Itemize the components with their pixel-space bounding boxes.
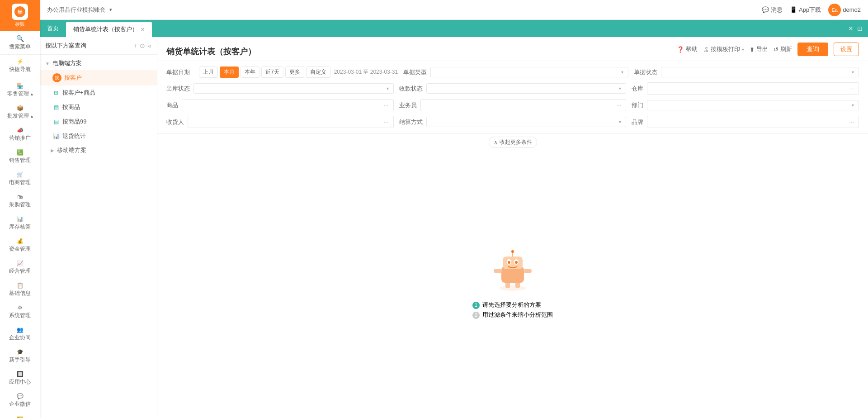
collapse-icon: ∧ (494, 139, 498, 146)
empty-step-1: 1 请先选择要分析的方案 (472, 301, 553, 309)
refresh-button[interactable]: ↺ 刷新 (774, 45, 792, 58)
collapse-panel-icon[interactable]: « (148, 42, 151, 49)
date-btn-this-year[interactable]: 本年 (241, 66, 259, 78)
order-type-label: 单据类型 (403, 68, 427, 76)
scheme-item-icon-customer-goods: ⊞ (52, 89, 60, 96)
desktop-scheme-group[interactable]: ▼ 电脑端方案 (40, 57, 157, 70)
industry-label: 办公用品行业模拟账套 (47, 6, 106, 14)
settings-scheme-icon[interactable]: ⊙ (140, 42, 145, 49)
add-scheme-icon[interactable]: + (133, 42, 137, 49)
refresh-icon: ↺ (774, 46, 778, 53)
settlement-dropdown-icon: ▾ (619, 119, 621, 124)
template-print-button[interactable]: 🖨 按模板打印 ▾ (703, 45, 744, 58)
sidebar-item-营销推广[interactable]: 📣 营销推广 (0, 124, 40, 146)
settlement-label: 结算方式 (399, 118, 423, 126)
salesperson-input[interactable]: ··· (420, 99, 627, 111)
receiver-input[interactable]: ··· (188, 116, 394, 128)
date-btn-7days[interactable]: 近7天 (261, 66, 283, 78)
stock-out-select[interactable]: ▾ (193, 83, 394, 94)
scheme-item-customer-goods[interactable]: ⊞ 按客户+商品 (40, 86, 157, 100)
sidebar-item-零售管理[interactable]: 🏪 零售管理▴ (0, 79, 40, 101)
sidebar-item-系统管理[interactable]: ⚙ 系统管理 (0, 301, 40, 323)
sidebar-item-销售管理[interactable]: 💹 销售管理 (0, 146, 40, 168)
export-button[interactable]: ⬆ 导出 (750, 45, 768, 58)
sidebar-item-应用中心[interactable]: 🔲 应用中心 (0, 367, 40, 390)
mobile-scheme-group[interactable]: ▶ 移动端方案 (40, 143, 157, 157)
date-btn-custom[interactable]: 自定义 (306, 66, 330, 78)
svg-point-12 (515, 261, 518, 264)
user-name-label: demo2 (843, 6, 861, 13)
date-filter-label: 单据日期 (166, 68, 193, 76)
order-type-select[interactable]: ▾ (430, 67, 628, 77)
date-btn-more[interactable]: 更多 (285, 66, 304, 78)
help-icon: ❓ (677, 46, 684, 53)
sidebar-item-电商管理[interactable]: 🛒 电商管理 (0, 168, 40, 190)
topbar-left: 办公用品行业模拟账套 ▾ (47, 6, 112, 14)
query-button[interactable]: 查询 (797, 43, 828, 56)
goods-input[interactable]: ··· (182, 99, 394, 111)
department-select[interactable]: ▾ (647, 100, 859, 110)
app-logo[interactable]: 畅 标账 (0, 0, 40, 31)
filter-row-1: 单据日期 上月 本月 本年 近7天 更多 自定义 2023-03-01 至 20… (166, 66, 859, 78)
settlement-select[interactable]: ▾ (426, 117, 627, 127)
order-status-select[interactable]: ▾ (661, 67, 859, 77)
left-panel: 按以下方案查询 + ⊙ « ▼ 电脑端方案 按 按客户 (40, 37, 157, 418)
order-status-label: 单据状态 (634, 68, 657, 76)
scheme-item-goods[interactable]: ▤ 按商品 (40, 100, 157, 114)
sidebar-item-采购管理[interactable]: 🛍 采购管理 (0, 190, 40, 212)
page-header: 销货单统计表（按客户） ❓ 帮助 🖨 按模板打印 ▾ ⬆ 导出 (157, 37, 868, 61)
scheme-item-icon-goods99: ▤ (52, 118, 60, 125)
tab-home-label: 首页 (47, 24, 59, 33)
order-status-dropdown-icon: ▾ (852, 70, 854, 75)
tab-home[interactable]: 首页 (40, 20, 66, 37)
scheme-item-return-stats[interactable]: 📊 退货统计 (40, 129, 157, 143)
app-download-button[interactable]: 📱 App下载 (790, 6, 821, 14)
topbar-right: 💬 消息 📱 App下载 Ea demo2 (762, 4, 861, 16)
industry-dropdown-icon[interactable]: ▾ (109, 7, 112, 13)
collapse-button[interactable]: ∧ 收起更多条件 (489, 137, 537, 148)
window-close-icon[interactable]: ✕ (848, 25, 854, 32)
sidebar-item-库存核算[interactable]: 📊 库存核算 (0, 212, 40, 234)
scheme-item-goods99[interactable]: ▤ 按商品99 (40, 114, 157, 129)
warehouse-input[interactable]: ··· (647, 82, 859, 95)
sidebar-item-基础信息[interactable]: 📋 基础信息 (0, 279, 40, 301)
scheme-item-icon-goods: ▤ (52, 104, 60, 111)
payment-select[interactable]: ▾ (426, 83, 627, 94)
svg-point-11 (508, 261, 510, 264)
date-btn-last-month[interactable]: 上月 (199, 66, 218, 78)
empty-step-2-text: 用过滤条件来缩小分析范围 (482, 311, 553, 319)
date-btn-this-month[interactable]: 本月 (220, 66, 239, 78)
sidebar-item-批发管理[interactable]: 📦 批发管理▴ (0, 101, 40, 124)
sidebar-item-畅会员[interactable]: 🎫 畅会员 (0, 412, 40, 418)
sidebar-item-企业协同[interactable]: 👥 企业协同 (0, 323, 40, 345)
left-panel-title: 按以下方案查询 (45, 42, 86, 50)
scheme-item-by-customer[interactable]: 按 按客户 (40, 70, 157, 86)
empty-state: 1 请先选择要分析的方案 2 用过滤条件来缩小分析范围 (157, 151, 868, 418)
window-maximize-icon[interactable]: ⊡ (857, 25, 863, 32)
sidebar-item-快捷导航[interactable]: ⚡ 快捷导航 (0, 55, 40, 77)
sidebar-item-企业微信[interactable]: 💬 企业微信 (0, 390, 40, 412)
page-actions: ❓ 帮助 🖨 按模板打印 ▾ ⬆ 导出 ↺ 刷新 (677, 43, 859, 61)
collapse-row: ∧ 收起更多条件 (157, 133, 868, 151)
warehouse-label: 仓库 (632, 85, 643, 93)
sidebar-search[interactable]: 🔍 搜索菜单 (0, 31, 40, 55)
sidebar-item-新手引导[interactable]: 🎓 新手引导 (0, 345, 40, 367)
tab-close-icon[interactable]: ✕ (141, 27, 145, 33)
sidebar: 畅 标账 🔍 搜索菜单 ⚡ 快捷导航 🏪 零售管理▴ 📦 批发管理▴ 📣 营销推… (0, 0, 40, 418)
message-button[interactable]: 💬 消息 (762, 6, 783, 14)
settings-button[interactable]: 设置 (834, 43, 859, 56)
brand-input[interactable]: ··· (647, 116, 859, 128)
user-menu[interactable]: Ea demo2 (828, 4, 861, 16)
scheme-tree: ▼ 电脑端方案 按 按客户 ⊞ 按客户+商品 ▤ 按商品 ▤ (40, 55, 157, 159)
svg-rect-7 (524, 269, 532, 273)
svg-rect-6 (494, 269, 502, 273)
tab-sales-stats[interactable]: 销货单统计表（按客户） ✕ (66, 22, 152, 37)
svg-point-2 (499, 285, 526, 291)
sidebar-item-资金管理[interactable]: 💰 资金管理 (0, 234, 40, 256)
export-icon: ⬆ (750, 46, 755, 53)
topbar: 办公用品行业模拟账套 ▾ 💬 消息 📱 App下载 Ea demo2 (40, 0, 868, 20)
payment-dropdown-icon: ▾ (619, 86, 621, 91)
brand-label: 品牌 (632, 118, 643, 126)
sidebar-item-经营管理[interactable]: 📈 经营管理 (0, 256, 40, 279)
help-button[interactable]: ❓ 帮助 (677, 45, 698, 58)
